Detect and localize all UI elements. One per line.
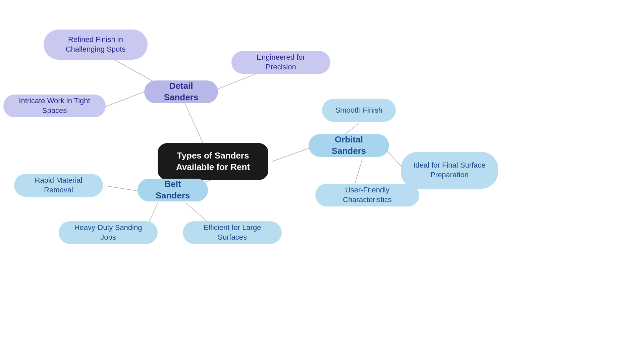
svg-line-9 xyxy=(105,186,143,192)
intricate-work-label: Intricate Work in Tight Spaces xyxy=(13,96,96,115)
belt-sanders-label: Belt Sanders xyxy=(147,179,199,201)
refined-finish-label: Refined Finish in Challenging Spots xyxy=(53,35,138,54)
intricate-work-node: Intricate Work in Tight Spaces xyxy=(3,95,106,117)
svg-line-1 xyxy=(272,148,310,162)
belt-sanders-node: Belt Sanders xyxy=(138,179,208,201)
user-friendly-node: User-Friendly Characteristics xyxy=(315,184,419,206)
engineered-precision-node: Engineered for Precision xyxy=(231,51,330,74)
detail-sanders-label: Detail Sanders xyxy=(154,80,209,103)
svg-line-3 xyxy=(112,59,158,84)
ideal-surface-node: Ideal for Final Surface Preparation xyxy=(401,152,498,189)
svg-line-4 xyxy=(101,90,148,109)
ideal-surface-label: Ideal for Final Surface Preparation xyxy=(410,161,489,180)
efficient-surfaces-label: Efficient for Large Surfaces xyxy=(192,223,272,242)
center-node: Types of Sanders Available for Rent xyxy=(158,143,268,180)
smooth-finish-label: Smooth Finish xyxy=(335,106,383,115)
refined-finish-node: Refined Finish in Challenging Spots xyxy=(44,29,148,60)
heavy-duty-label: Heavy-Duty Sanding Jobs xyxy=(68,223,148,242)
smooth-finish-node: Smooth Finish xyxy=(322,99,396,122)
efficient-surfaces-node: Efficient for Large Surfaces xyxy=(183,221,282,244)
user-friendly-label: User-Friendly Characteristics xyxy=(325,185,410,204)
rapid-removal-node: Rapid Material Removal xyxy=(14,174,103,197)
detail-sanders-node: Detail Sanders xyxy=(144,80,218,103)
orbital-sanders-node: Orbital Sanders xyxy=(309,134,389,157)
orbital-sanders-label: Orbital Sanders xyxy=(318,134,380,157)
heavy-duty-node: Heavy-Duty Sanding Jobs xyxy=(59,221,158,244)
engineered-precision-label: Engineered for Precision xyxy=(241,53,321,72)
rapid-removal-label: Rapid Material Removal xyxy=(23,176,94,195)
